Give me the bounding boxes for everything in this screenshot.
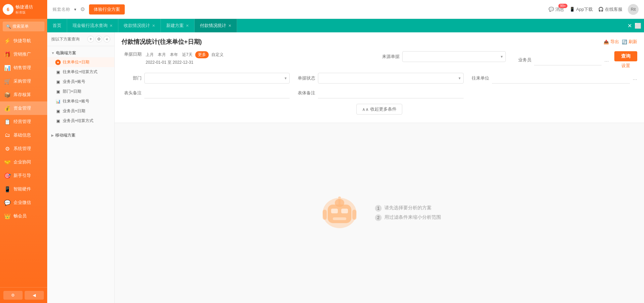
messages-button[interactable]: 💬 消息 99+	[549, 6, 564, 12]
tab-receipt[interactable]: 收款情况统计 ✕	[118, 19, 161, 32]
sidebar-item-guide[interactable]: 🎯 新手引导	[0, 169, 47, 182]
sidebar-item-purchase[interactable]: 🛒 采购管理	[0, 74, 47, 88]
schema-item-sales-settle-icon: ▣	[55, 118, 61, 124]
account-dropdown[interactable]: ▾	[74, 7, 76, 12]
query-button[interactable]: 查询	[614, 51, 637, 61]
shortcut-icon: ⚡	[4, 37, 11, 44]
sidebar-item-marketing[interactable]: 🎁 营销推广	[0, 48, 47, 61]
unit-input[interactable]	[492, 73, 630, 84]
online-support-button[interactable]: 🎧 在线客服	[598, 6, 622, 12]
app-download-button[interactable]: 📱 App下载	[569, 6, 593, 12]
settings-footer-button[interactable]: ⚙	[3, 291, 23, 300]
avatar[interactable]: Rit	[628, 4, 639, 15]
tab-new-close[interactable]: ✕	[186, 24, 189, 28]
system-icon: ⚙	[4, 145, 11, 152]
pc-schema-group: ▼ 电脑端方案 ● 往来单位+日期 ▣ 往来单位+结算方式 ▣ 业务员+账号 ▣	[47, 46, 114, 128]
source-select-arrow: ▾	[501, 54, 503, 59]
purchase-icon: 🛒	[4, 78, 11, 85]
note-header-input[interactable]	[144, 88, 290, 98]
right-content: 付款情况统计(往来单位+日期) 📤 导出 🔄 刷新	[115, 32, 644, 303]
tab-receipt-close[interactable]: ✕	[152, 24, 155, 28]
sidebar-item-wechat[interactable]: 💬 企业微信	[0, 196, 47, 209]
schema-add-button[interactable]: +	[87, 36, 94, 42]
sidebar-item-operation[interactable]: 📋 经营管理	[0, 115, 47, 128]
refresh-button[interactable]: 🔄 刷新	[622, 39, 637, 45]
svg-rect-1	[328, 205, 351, 223]
collapse-sidebar-button[interactable]: ◀	[25, 291, 44, 300]
empty-hint-1: 1 请先选择要分析的方案	[375, 205, 441, 212]
tab-payment[interactable]: 付款情况统计 ✕	[195, 19, 237, 32]
export-button[interactable]: 📤 导出	[604, 39, 619, 45]
sidebar-item-system[interactable]: ⚙ 系统管理	[0, 142, 47, 155]
schema-item-sales-account-icon: ▣	[55, 79, 61, 85]
schema-item-dept-date[interactable]: ▣ 部门+日期	[47, 87, 114, 96]
sidebar-item-shortcut[interactable]: ⚡ 快捷导航	[0, 34, 47, 48]
status-label: 单据状态	[295, 75, 315, 81]
schema-item-sales-date[interactable]: ▣ 业务员+日期	[47, 106, 114, 116]
sidebar-item-enterprise[interactable]: 🤝 企业协同	[0, 155, 47, 169]
this-year-btn[interactable]: 本年	[169, 51, 179, 58]
status-select[interactable]: ▾	[318, 73, 463, 84]
tab-home[interactable]: 首页	[47, 19, 67, 32]
sidebar-item-basic[interactable]: 🗂 基础信息	[0, 128, 47, 142]
sidebar-item-finance[interactable]: 💰 资金管理	[0, 101, 47, 115]
note-body-label: 表体备注	[295, 90, 315, 96]
sidebar-search[interactable]: 🔍 搜索菜单	[3, 22, 45, 31]
window-restore-icon[interactable]: ⬜	[635, 23, 641, 29]
prev-month-btn[interactable]: 上月	[144, 51, 155, 58]
support-icon: 🎧	[598, 7, 604, 12]
schema-settings-button[interactable]: ⚙	[95, 36, 102, 42]
robot-svg	[318, 194, 361, 232]
svg-rect-6	[352, 210, 356, 220]
sidebar-item-hardware[interactable]: 📱 智能硬件	[0, 182, 47, 196]
sidebar-item-sales[interactable]: 📊 销售管理	[0, 61, 47, 74]
svg-rect-4	[333, 217, 346, 220]
empty-illustration: 1 请先选择要分析的方案 2 用过滤条件来缩小分析范围	[318, 194, 441, 232]
svg-point-9	[338, 196, 341, 199]
more-date-btn[interactable]: 更多	[195, 51, 209, 58]
messages-badge: 99+	[558, 4, 567, 8]
custom-date-btn[interactable]: 自定义	[210, 51, 225, 58]
pc-group-title[interactable]: ▼ 电脑端方案	[47, 49, 114, 57]
empty-hints: 1 请先选择要分析的方案 2 用过滤条件来缩小分析范围	[375, 205, 441, 221]
collapse-filter-button[interactable]: ∧∧ 收起更多条件	[356, 104, 402, 115]
tab-new[interactable]: 新建方案 ✕	[161, 19, 195, 32]
topbar-right: 💬 消息 99+ 📱 App下载 🎧 在线客服 Rit	[549, 4, 639, 15]
settings-link[interactable]: 设置	[614, 63, 637, 69]
topbar: 账套名称 ▾ ⚙ 体验行业方案 💬 消息 99+ 📱 App下载 🎧 在线客服 …	[47, 0, 644, 19]
sidebar: 6 畅捷通坊 标准版 🔍 搜索菜单 ⚡ 快捷导航 🎁 营销推广 📊 销售管理 🛒…	[0, 0, 47, 303]
svg-rect-3	[341, 209, 348, 213]
schema-item-unit-settle[interactable]: ▣ 往来单位+结算方式	[47, 67, 114, 77]
experience-button[interactable]: 体验行业方案	[89, 4, 125, 14]
sidebar-item-member[interactable]: 👑 畅会员	[0, 209, 47, 223]
note-body-input[interactable]	[318, 88, 463, 98]
this-month-btn[interactable]: 本月	[156, 51, 167, 58]
schema-item-sales-account[interactable]: ▣ 业务员+账号	[47, 77, 114, 87]
salesperson-label: 业务员	[511, 57, 531, 63]
export-icon: 📤	[604, 39, 609, 44]
note-header-label: 表头备注	[121, 90, 142, 96]
schema-collapse-button[interactable]: «	[104, 36, 110, 42]
tab-bank[interactable]: 现金银行流水查询 ✕	[67, 19, 118, 32]
last7-btn[interactable]: 近7天	[181, 51, 194, 58]
mobile-schema-group: ▶ 移动端方案	[47, 128, 114, 142]
salesperson-dots[interactable]: …	[604, 57, 609, 63]
source-select[interactable]: ▾	[402, 51, 506, 62]
window-close-icon[interactable]: ✕	[627, 23, 632, 29]
unit-dots[interactable]: …	[633, 75, 637, 81]
finance-icon: 💰	[4, 105, 11, 112]
tab-payment-close[interactable]: ✕	[228, 24, 231, 28]
salesperson-input[interactable]	[534, 55, 602, 65]
sidebar-item-inventory[interactable]: 📦 库存核算	[0, 88, 47, 101]
collapse-arrow-icon: ∧∧	[362, 107, 369, 112]
schema-item-unit-account[interactable]: 📊 往来单位+账号	[47, 96, 114, 106]
schema-item-unit-date-icon: ●	[55, 60, 61, 65]
schema-item-unit-date[interactable]: ● 往来单位+日期	[47, 57, 114, 67]
pc-group-arrow: ▼	[51, 51, 55, 55]
mobile-group-title[interactable]: ▶ 移动端方案	[47, 131, 114, 140]
schema-item-sales-settle[interactable]: ▣ 业务员+结算方式	[47, 116, 114, 126]
date-quick-buttons: 上月 本月 本年 近7天 更多 自定义	[144, 51, 225, 58]
dept-select[interactable]: ▾	[144, 73, 290, 84]
topbar-settings-icon[interactable]: ⚙	[80, 6, 85, 12]
tab-bank-close[interactable]: ✕	[110, 24, 113, 28]
